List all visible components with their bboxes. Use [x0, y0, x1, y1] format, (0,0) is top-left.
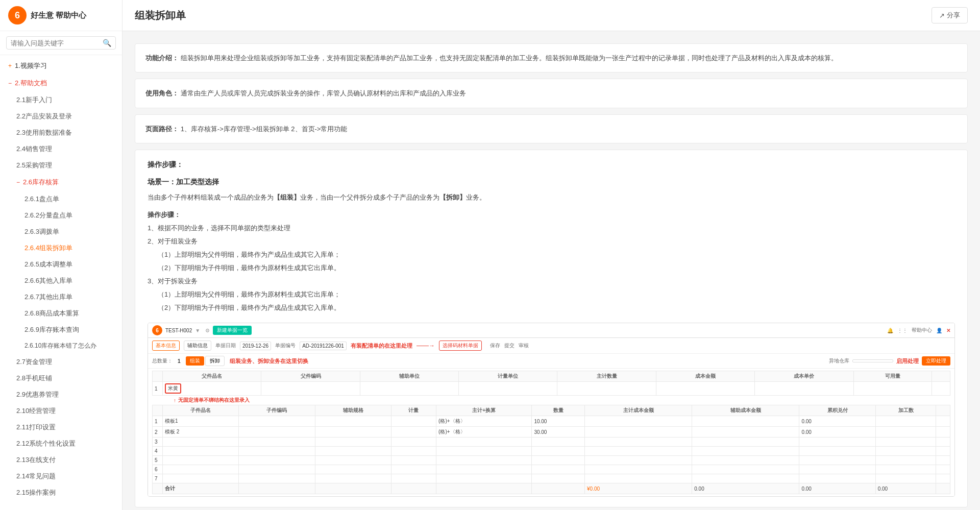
mock-sub-spec: 辅助规格 [315, 405, 391, 416]
mock-close-icon[interactable]: ✕ [946, 328, 950, 333]
mock-cell-name-input[interactable]: 米黄 [165, 383, 181, 394]
sidebar-item-2-6-6[interactable]: 2.6.6其他入库单 [0, 273, 122, 289]
mock-apps-icon: ⋮⋮ [897, 328, 908, 333]
sidebar-item-2-6-1[interactable]: 2.6.1盘点单 [0, 191, 122, 207]
mock-cell-aux [360, 382, 458, 396]
mock-app: 6 TEST-H002 ▼ ⚙ 新建单据一览 🔔 ⋮⋮ 帮助中心 👤 ✕ [148, 323, 954, 496]
mock-approve-btn[interactable]: 审核 [519, 342, 529, 349]
mock-col-check [153, 371, 163, 382]
sidebar-item-2-8[interactable]: 2.8手机旺铺 [0, 370, 122, 386]
mock-sub-row-5: 5 [153, 456, 950, 465]
mock-col-ops [932, 371, 950, 382]
mock-topbar: 6 TEST-H002 ▼ ⚙ 新建单据一览 🔔 ⋮⋮ 帮助中心 👤 ✕ [148, 323, 954, 338]
mock-col-avail: 可用量 [853, 371, 932, 382]
mock-header-right: 🔔 ⋮⋮ 帮助中心 👤 ✕ [887, 327, 950, 334]
sidebar-item-2-6-4[interactable]: 2.6.4组装拆卸单 [0, 240, 122, 256]
mock-type-toggle: 组装 拆卸 [186, 356, 225, 366]
minus-icon-2-6: − [16, 179, 20, 186]
sidebar-item-2-9[interactable]: 2.9优惠券管理 [0, 386, 122, 403]
mock-billno-val[interactable]: AD-20191226-001 [300, 342, 347, 350]
sidebar-item-2-6[interactable]: − 2.6库存核算 [0, 174, 122, 191]
mock-warehouse-input[interactable] [852, 359, 893, 362]
mock-type-row: 总数量： 1 组装 拆卸 组装业务、拆卸业务在这里切换 异地仓库 [148, 354, 954, 369]
scene1-desc: 当由多个子件材料组装成一个成品的业务为【组装】业务，当由一个父件拆分成多个子产品… [148, 191, 955, 204]
mock-col-cost: 成本金额 [656, 371, 754, 382]
mock-cell-name: 米黄 [163, 382, 261, 396]
search-input[interactable] [11, 39, 103, 47]
mock-material-label: 异地仓库 [829, 357, 849, 365]
mock-sub-row-4: 4 [153, 447, 950, 456]
ann1-text: 有装配清单的在这里处理 [351, 342, 412, 350]
sidebar-item-2-6-2[interactable]: 2.6.2分量盘点单 [0, 207, 122, 224]
main-content: 组装拆卸单 ↗ 分享 功能介绍： 组装拆卸单用来处理企业组装或拆卸等加工业务，支… [122, 0, 980, 510]
ann5-text: 无固定清单不绑结构在这里录入 [178, 397, 250, 404]
mock-count-val: 1 [178, 358, 181, 364]
app-logo: 6 [8, 6, 27, 25]
sidebar-item-2-10[interactable]: 2.10经营管理 [0, 403, 122, 419]
mock-upper-table-wrap: 父件品名 父件编码 辅助单位 计量单位 主计数量 成本金额 成本单价 可用量 [148, 369, 954, 396]
mock-tab-basic[interactable]: 基本信息 [152, 341, 180, 351]
sidebar-item-2-13[interactable]: 2.13在线支付 [0, 452, 122, 468]
sidebar-item-2-1[interactable]: 2.1新手入门 [0, 92, 122, 108]
sidebar-item-docs[interactable]: − 2.帮助文档 [0, 75, 122, 92]
sidebar-item-2-14[interactable]: 2.14常见问题 [0, 468, 122, 484]
mock-right-actions: 异地仓库 启用处理 立即处理 [829, 356, 950, 366]
sidebar-item-2-3[interactable]: 2.3使用前数据准备 [0, 125, 122, 141]
mock-cell-costprice [755, 382, 853, 396]
search-wrap[interactable]: 🔍 [6, 36, 116, 50]
func-intro-label: 功能介绍： [145, 54, 179, 62]
mock-bell-icon: 🔔 [887, 328, 893, 333]
sidebar-item-2-15[interactable]: 2.15操作案例 [0, 484, 122, 501]
sidebar-item-2-6-10[interactable]: 2.6.10库存账本错了怎么办 [0, 338, 122, 354]
mock-tab-extra[interactable]: 辅助信息 [184, 341, 211, 351]
sidebar-item-video[interactable]: + 1.视频学习 [0, 57, 122, 75]
mock-cell-costamt [656, 382, 754, 396]
sidebar-item-2-6-9[interactable]: 2.6.9库存账本查询 [0, 322, 122, 338]
mock-sub-qty: 数量 [532, 405, 585, 416]
sidebar-item-2-5[interactable]: 2.5采购管理 [0, 157, 122, 174]
mock-billno-label: 单据编号 [275, 342, 296, 349]
role-label: 使用角色： [145, 89, 179, 97]
share-button[interactable]: ↗ 分享 [932, 7, 968, 23]
sidebar-item-2-7[interactable]: 2.7资金管理 [0, 354, 122, 370]
minus-icon: − [8, 80, 12, 87]
sidebar-item-2-6-5[interactable]: 2.6.5成本调整单 [0, 256, 122, 273]
mock-date-label: 单据日期 [215, 342, 236, 349]
mock-confirm-btn[interactable]: 立即处理 [922, 356, 950, 366]
ops-steps-label: 操作步骤： [148, 208, 955, 222]
ann1-arrow: ——→ [416, 342, 435, 349]
mock-cell-unit [459, 382, 557, 396]
mock-cell-action [932, 382, 950, 396]
sidebar: 6 好生意 帮助中心 🔍 + 1.视频学习 − 2.帮助文档 2.1新手入门 2… [0, 0, 122, 510]
search-box: 🔍 [0, 31, 122, 55]
path-text: 1、库存核算->库存管理->组装拆卸单 2、首页->常用功能 [181, 125, 348, 133]
screenshot-wrap: 6 TEST-H002 ▼ ⚙ 新建单据一览 🔔 ⋮⋮ 帮助中心 👤 ✕ [148, 323, 955, 497]
ann3-text: 组装业务、拆卸业务在这里切换 [230, 357, 308, 365]
sidebar-item-2-6-7[interactable]: 2.6.7其他出库单 [0, 289, 122, 305]
sidebar-item-2-2[interactable]: 2.2产品安装及登录 [0, 108, 122, 125]
mock-new-bill-btn[interactable]: 新建单据一览 [213, 326, 252, 335]
mock-sub-row-7: 7 [153, 474, 950, 483]
mock-sub-check [153, 405, 163, 416]
step1: 1、根据不同的业务，选择不同单据的类型来处理 [148, 222, 955, 235]
mock-assemble-btn[interactable]: 组装 [186, 356, 204, 366]
mock-dropdown-icon: ▼ [195, 328, 200, 333]
mock-sub-convert: 主计+换算 [436, 405, 532, 416]
role-text: 通常由生产人员或库管人员完成拆装业务的操作，库管人员确认原材料的出库和产成品的入… [181, 89, 466, 97]
sidebar-item-2-12[interactable]: 2.12系统个性化设置 [0, 435, 122, 452]
mock-row-1: 1 米黄 [153, 382, 950, 396]
sidebar-item-2-11[interactable]: 2.11打印设置 [0, 419, 122, 435]
ann4-text: 启用处理 [896, 357, 919, 365]
mock-submit-btn[interactable]: 提交 [504, 342, 514, 349]
sidebar-item-2-6-8[interactable]: 2.6.8商品成本重算 [0, 305, 122, 322]
mock-footer-row: 合计¥0.000.000.000.00 [153, 483, 950, 494]
sidebar-item-2-4[interactable]: 2.4销售管理 [0, 141, 122, 157]
mock-select-btn[interactable]: 选择码材料单据 [439, 341, 482, 351]
mock-disassemble-btn[interactable]: 拆卸 [205, 356, 225, 366]
mock-date-val[interactable]: 2019-12-26 [240, 342, 271, 350]
mock-doc-header: 基本信息 辅助信息 单据日期 2019-12-26 单据编号 AD-201912… [148, 338, 954, 354]
mock-save-btn[interactable]: 保存 [490, 342, 500, 349]
sidebar-item-2-6-3[interactable]: 2.6.3调拨单 [0, 224, 122, 240]
mock-col-name: 父件品名 [163, 371, 261, 382]
mock-cell-avail [853, 382, 932, 396]
